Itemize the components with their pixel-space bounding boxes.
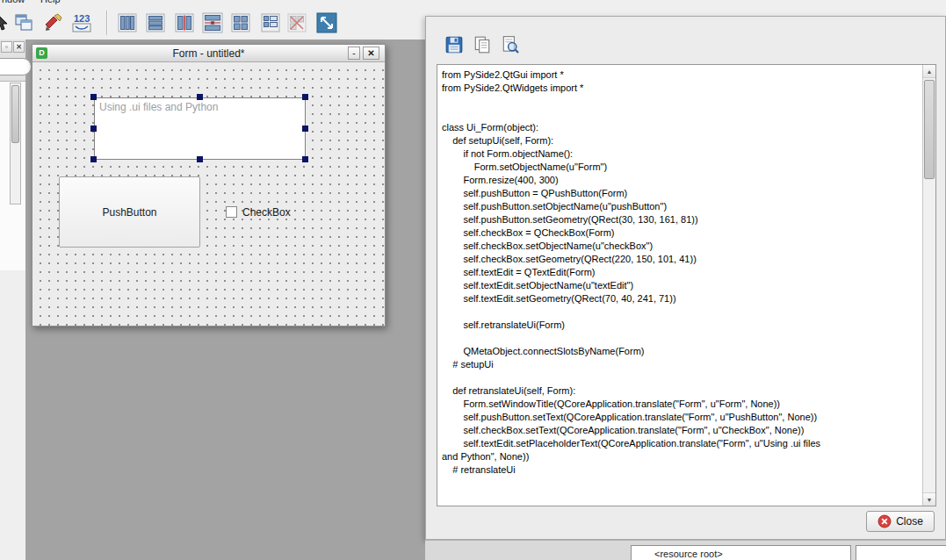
widget-filter-input[interactable] xyxy=(0,58,32,75)
layout-horizontal-splitter-icon[interactable] xyxy=(173,11,196,34)
pushbutton-widget[interactable]: PushButton xyxy=(59,176,200,248)
minimize-button[interactable]: - xyxy=(348,47,360,60)
form-window-titlebar[interactable]: D Form - untitled* - ✕ xyxy=(32,45,385,62)
generated-code-view[interactable]: from PySide2.QtGui import * from PySide2… xyxy=(437,64,936,506)
raise-widgets-icon[interactable] xyxy=(12,11,35,34)
layout-grid-icon[interactable] xyxy=(229,11,252,34)
textedit-widget[interactable]: Using .ui files and Python xyxy=(94,97,306,160)
close-button-label: Close xyxy=(896,515,923,528)
copy-icon[interactable] xyxy=(472,34,493,55)
scrollbar-up-icon[interactable]: ▲ xyxy=(923,65,935,78)
checkbox-label: CheckBox xyxy=(242,206,291,219)
layout-vertical-splitter-icon[interactable] xyxy=(201,11,224,34)
layout-form-icon[interactable] xyxy=(259,11,282,34)
selection-handle-bottom-center[interactable] xyxy=(197,156,203,162)
dock-float-icon[interactable]: ▫ xyxy=(1,41,12,53)
textedit-placeholder: Using .ui files and Python xyxy=(95,98,305,116)
form-window-title: Form - untitled* xyxy=(32,47,385,60)
selection-handle-top-left[interactable] xyxy=(90,94,97,100)
break-layout-icon[interactable] xyxy=(285,11,308,34)
widget-box-scrollbar[interactable] xyxy=(10,83,21,205)
checkbox-indicator[interactable] xyxy=(226,206,237,218)
selection-handle-top-right[interactable] xyxy=(302,94,308,100)
generated-python-code: from PySide2.QtGui import * from PySide2… xyxy=(437,65,935,480)
code-scrollbar-thumb[interactable] xyxy=(924,80,935,179)
layout-vertical-icon[interactable] xyxy=(144,11,167,34)
find-icon[interactable] xyxy=(500,34,521,55)
edit-signals-slots-icon[interactable] xyxy=(42,11,65,34)
code-scrollbar[interactable]: ▲ ▼ xyxy=(922,65,935,506)
edit-tab-order-icon[interactable]: 123 xyxy=(70,11,93,34)
close-button[interactable]: Close xyxy=(866,511,935,532)
code-preview-dialog: from PySide2.QtGui import * from PySide2… xyxy=(425,16,946,540)
qt-designer-window: ndow Help 123 ▫ ✕ xyxy=(0,0,946,560)
widget-box-panel xyxy=(0,81,25,270)
selection-handle-bottom-right[interactable] xyxy=(302,156,308,162)
resource-column-cell[interactable] xyxy=(856,545,946,560)
scrollbar-down-icon[interactable]: ▼ xyxy=(923,492,935,506)
dock-close-icon[interactable]: ✕ xyxy=(13,41,25,53)
selection-handle-middle-right[interactable] xyxy=(302,126,308,132)
layout-horizontal-icon[interactable] xyxy=(116,11,139,34)
resource-browser-dock: <resource root> xyxy=(425,540,946,560)
menu-help[interactable]: Help xyxy=(40,0,61,4)
selection-handle-bottom-left[interactable] xyxy=(90,156,97,162)
resource-root-item[interactable]: <resource root> xyxy=(631,545,851,560)
selection-handle-top-center[interactable] xyxy=(197,94,203,100)
close-button-icon xyxy=(877,514,892,528)
checkbox-widget[interactable]: CheckBox xyxy=(226,194,314,230)
close-window-button[interactable]: ✕ xyxy=(363,47,379,60)
svg-text:123: 123 xyxy=(74,13,90,24)
menu-window[interactable]: ndow xyxy=(2,0,25,4)
widget-box-scrollbar-thumb[interactable] xyxy=(11,85,19,143)
form-editor-window: D Form - untitled* - ✕ Using .ui files a… xyxy=(32,44,386,327)
adjust-size-icon[interactable] xyxy=(314,10,340,36)
save-icon[interactable] xyxy=(444,34,465,55)
form-canvas[interactable]: Using .ui files and Python PushButton Ch… xyxy=(32,62,385,326)
toolbar-separator xyxy=(106,11,108,35)
selection-handle-middle-left[interactable] xyxy=(90,126,97,132)
